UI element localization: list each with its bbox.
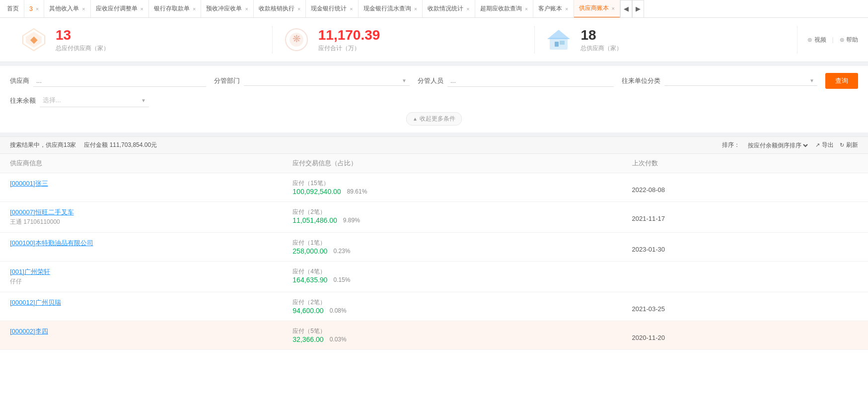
tx-amount[interactable]: 11,051,486.00 (292, 216, 337, 224)
transaction-info: 应付（15笔） 100,092,540.00 89.61% (292, 179, 632, 196)
nav-tab-customer-ledger[interactable]: 客户账本 × (533, 0, 574, 18)
tx-label: 应付（2笔） (292, 298, 632, 307)
person-filter-input[interactable] (447, 75, 614, 87)
video-link[interactable]: ⊙ 视频 (807, 36, 826, 44)
last-pay-date: 2021-11-17 (632, 208, 858, 222)
filter-row-1: 供应商 分管部门 ▼ 分管人员 往来单位分类 ▼ 查询 (10, 73, 858, 89)
supplier-info: [000007]恒旺二手叉车 王通 17106110000 (10, 208, 292, 226)
close-tab-customer-ledger[interactable]: × (565, 6, 568, 12)
nav-tab-bank[interactable]: 银行存取款单 × (149, 0, 201, 18)
nav-tab-3[interactable]: 3 × (24, 0, 44, 18)
supplier-link[interactable]: [000002]李四 (10, 327, 292, 336)
payable-suppliers-label: 总应付供应商（家） (56, 44, 109, 53)
supplier-filter-input[interactable] (33, 75, 206, 87)
tx-amount[interactable]: 100,092,540.00 (292, 188, 341, 196)
col-header-lastpay: 上次付数 (632, 159, 858, 168)
supplier-sub: 王通 17106110000 (10, 218, 292, 226)
main-content: 供应商信息 应付交易信息（占比） 上次付数 [000001]张三 应付（15笔）… (0, 154, 868, 394)
close-tab-bank[interactable]: × (193, 6, 196, 12)
filter-balance: 往来余额 选择... ▼ (10, 94, 149, 107)
close-tab-cash-stat[interactable]: × (350, 6, 353, 12)
balance-dropdown[interactable]: 选择... ▼ (40, 94, 149, 107)
category-dropdown[interactable]: ▼ (664, 76, 818, 86)
nav-tab-adjustment[interactable]: 应收应付调整单 × (91, 0, 149, 18)
help-link[interactable]: ⊙ 帮助 (840, 36, 858, 44)
close-tab-collection[interactable]: × (297, 6, 300, 12)
supplier-sub: 仔仔 (10, 277, 292, 286)
tx-percent: 0.03% (330, 336, 347, 343)
close-tab-cash-flow[interactable]: × (414, 6, 417, 12)
filter-row-2: 往来余额 选择... ▼ (10, 94, 858, 107)
table-row[interactable]: [000007]恒旺二手叉车 王通 17106110000 应付（2笔） 11,… (0, 202, 868, 233)
search-button[interactable]: 查询 (825, 73, 858, 89)
supplier-link[interactable]: [000007]恒旺二手叉车 (10, 208, 292, 217)
supplier-link[interactable]: [000100]本特勤油品有限公司 (10, 239, 292, 248)
video-icon: ⊙ (807, 36, 812, 43)
export-icon: ↗ (815, 142, 820, 148)
sort-select[interactable]: 按应付余额倒序排序 (746, 141, 809, 149)
nav-tab-collection[interactable]: 收款核销执行 × (254, 0, 306, 18)
supplier-link[interactable]: [000012]广州贝瑞 (10, 298, 292, 307)
supplier-info: [000012]广州贝瑞 (10, 298, 292, 308)
nav-tab-supplier-ledger[interactable]: 供应商账本 × (574, 0, 620, 18)
last-pay-date: 2020-11-20 (632, 327, 858, 341)
nav-tab-overdue[interactable]: 超期应收款查询 × (475, 0, 533, 18)
filter-person: 分管人员 (418, 75, 614, 87)
supplier-info: [000002]李四 (10, 327, 292, 337)
dept-dropdown[interactable]: ▼ (244, 76, 410, 86)
nav-tab-cash-flow[interactable]: 现金银行流水查询 × (359, 0, 423, 18)
shop-icon (545, 26, 573, 54)
close-tab-recv-stat[interactable]: × (466, 6, 469, 12)
grain-icon: ❋ (283, 26, 310, 54)
last-pay-date: 2021-03-25 (632, 298, 858, 313)
nav-tab-advance[interactable]: 预收冲应收单 × (201, 0, 253, 18)
total-suppliers-label: 总供应商（家） (580, 44, 622, 53)
export-button[interactable]: ↗ 导出 (815, 141, 834, 149)
nav-next-arrow[interactable]: ▶ (632, 0, 644, 18)
table-row[interactable]: [000002]李四 应付（5笔） 32,366.00 0.03% 2020-1… (0, 321, 868, 350)
diamond-icon: ◆ (20, 26, 48, 54)
tx-amount[interactable]: 94,600.00 (292, 307, 323, 315)
nav-tab-recv-stat[interactable]: 收款情况统计 × (423, 0, 475, 18)
close-tab-overdue[interactable]: × (525, 6, 528, 12)
nav-tab-cash-stat[interactable]: 现金银行统计 × (306, 0, 358, 18)
table-row[interactable]: [000001]张三 应付（15笔） 100,092,540.00 89.61%… (0, 173, 868, 202)
table-row[interactable]: [001]广州荣轩 仔仔 应付（4笔） 164,635.90 0.15% (0, 262, 868, 292)
collapse-button[interactable]: ▲ 收起更多条件 (406, 112, 462, 126)
col-header-transaction: 应付交易信息（占比） (292, 159, 632, 168)
close-tab-advance[interactable]: × (245, 6, 248, 12)
payable-total-number: 11,170.39 (318, 27, 380, 44)
payable-suppliers-number: 13 (56, 27, 109, 44)
close-tab-other-income[interactable]: × (82, 6, 85, 12)
last-pay-date: 2022-08-08 (632, 179, 858, 194)
person-filter-label: 分管人员 (418, 76, 443, 85)
nav-prev-arrow[interactable]: ◀ (620, 0, 632, 18)
filter-dept: 分管部门 ▼ (214, 76, 410, 86)
transaction-info: 应付（2笔） 11,051,486.00 9.89% (292, 208, 632, 224)
last-pay-date (632, 267, 858, 274)
tx-amount[interactable]: 164,635.90 (292, 276, 327, 284)
nav-tab-home[interactable]: 首页 (2, 0, 24, 18)
filter-supplier: 供应商 (10, 75, 206, 87)
result-amount: 应付金额 111,703,854.00元 (84, 141, 157, 149)
tx-amount[interactable]: 32,366.00 (292, 335, 323, 343)
supplier-link[interactable]: [000001]张三 (10, 179, 292, 188)
result-bar: 搜索结果中，供应商13家 应付金额 111,703,854.00元 排序： 按应… (0, 136, 868, 154)
col-header-supplier: 供应商信息 (10, 159, 292, 168)
tx-label: 应付（1笔） (292, 239, 632, 247)
category-chevron-down-icon: ▼ (809, 78, 814, 83)
tx-label: 应付（4笔） (292, 267, 632, 276)
balance-chevron-down-icon: ▼ (141, 98, 146, 103)
close-tab-3[interactable]: × (36, 6, 39, 12)
stat-block-total-suppliers: 18 总供应商（家） (535, 26, 797, 54)
close-tab-adjustment[interactable]: × (141, 6, 144, 12)
close-tab-supplier-ledger[interactable]: × (612, 5, 615, 11)
supplier-link[interactable]: [001]广州荣轩 (10, 267, 292, 276)
table-row[interactable]: [000012]广州贝瑞 应付（2笔） 94,600.00 0.08% 2021… (0, 292, 868, 321)
supplier-info: [000100]本特勤油品有限公司 (10, 239, 292, 249)
refresh-button[interactable]: ↻ 刷新 (840, 141, 858, 149)
nav-tab-other-income[interactable]: 其他收入单 × (44, 0, 90, 18)
table-row[interactable]: [000100]本特勤油品有限公司 应付（1笔） 258,000.00 0.23… (0, 233, 868, 262)
tx-percent: 0.08% (330, 307, 347, 314)
tx-amount[interactable]: 258,000.00 (292, 247, 327, 255)
